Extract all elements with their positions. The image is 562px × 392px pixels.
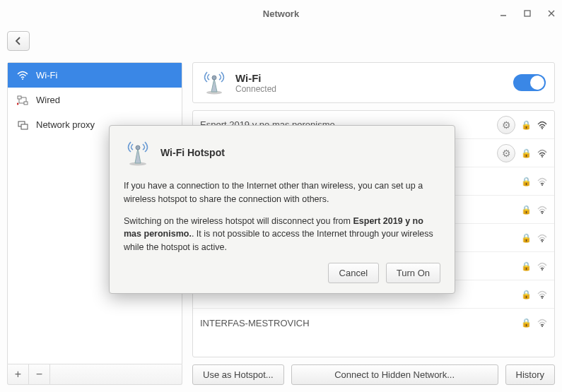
dialog-title: Wi-Fi Hotspot xyxy=(160,147,225,158)
svg-point-23 xyxy=(541,297,543,299)
lock-icon: 🔒 xyxy=(521,177,532,186)
svg-point-19 xyxy=(541,184,543,186)
maximize-button[interactable] xyxy=(521,7,534,20)
headerbar xyxy=(0,27,562,55)
window-title: Network xyxy=(263,8,299,19)
remove-button[interactable]: − xyxy=(29,364,50,384)
svg-point-24 xyxy=(541,326,543,327)
wifi-status-title: Wi-Fi xyxy=(235,72,505,84)
wifi-status-text: Wi-Fi Connected xyxy=(235,72,505,94)
lock-icon: 🔒 xyxy=(521,120,532,130)
hotspot-dialog: Wi-Fi Hotspot If you have a connection t… xyxy=(109,125,455,294)
use-hotspot-button[interactable]: Use as Hotspot... xyxy=(192,364,284,385)
turn-on-button[interactable]: Turn On xyxy=(386,263,440,283)
wifi-status-sub: Connected xyxy=(235,84,505,94)
lock-icon: 🔒 xyxy=(521,233,532,243)
svg-point-17 xyxy=(541,128,543,129)
add-button[interactable]: + xyxy=(8,364,29,384)
lock-icon: 🔒 xyxy=(521,148,532,158)
lock-icon: 🔒 xyxy=(521,290,532,299)
wifi-antenna-icon xyxy=(124,138,152,167)
wifi-toggle[interactable] xyxy=(513,74,546,91)
window-controls xyxy=(497,0,558,27)
dialog-body: If you have a connection to the Internet… xyxy=(124,179,440,254)
back-button[interactable] xyxy=(7,31,30,51)
sidebar-item-wifi[interactable]: Wi-Fi xyxy=(8,63,182,88)
gear-icon[interactable]: ⚙ xyxy=(497,116,515,134)
wired-icon xyxy=(16,95,29,105)
network-name: INTERFAS-MESTROVICH xyxy=(200,318,515,328)
svg-rect-6 xyxy=(24,102,28,105)
sidebar-item-label: Network proxy xyxy=(36,119,95,130)
svg-point-26 xyxy=(136,145,140,150)
signal-icon xyxy=(537,206,547,214)
wifi-status-box: Wi-Fi Connected xyxy=(192,62,555,103)
svg-point-18 xyxy=(541,156,543,158)
sidebar-item-wired[interactable]: Wired xyxy=(8,88,182,112)
dialog-actions: Cancel Turn On xyxy=(124,263,440,283)
sidebar-item-label: Wi-Fi xyxy=(36,70,57,81)
svg-rect-5 xyxy=(18,96,21,99)
dialog-para1: If you have a connection to the Internet… xyxy=(124,179,440,206)
svg-point-4 xyxy=(22,78,23,80)
dialog-para2: Switching on the wireless hotspot will d… xyxy=(124,215,440,254)
signal-icon xyxy=(537,262,547,271)
svg-rect-1 xyxy=(525,11,530,16)
network-row[interactable]: INTERFAS-MESTROVICH 🔒 xyxy=(193,309,554,337)
gear-icon[interactable]: ⚙ xyxy=(497,144,515,162)
signal-icon xyxy=(537,234,547,242)
lock-icon: 🔒 xyxy=(521,261,532,271)
sidebar-footer: + − xyxy=(7,364,182,385)
bottom-buttons: Use as Hotspot... Connect to Hidden Netw… xyxy=(192,364,555,385)
svg-rect-14 xyxy=(21,124,28,129)
svg-point-22 xyxy=(541,269,543,271)
titlebar: Network xyxy=(0,0,562,27)
svg-point-21 xyxy=(541,241,543,242)
connect-hidden-button[interactable]: Connect to Hidden Network... xyxy=(291,364,498,385)
lock-icon: 🔒 xyxy=(521,318,532,328)
svg-point-16 xyxy=(212,76,216,80)
signal-icon xyxy=(537,149,547,158)
wifi-antenna-icon xyxy=(201,70,227,95)
minimize-button[interactable] xyxy=(497,7,510,20)
svg-point-20 xyxy=(541,213,543,214)
signal-icon xyxy=(537,177,547,186)
close-button[interactable] xyxy=(545,7,558,20)
sidebar-item-label: Wired xyxy=(36,95,60,105)
proxy-icon xyxy=(16,120,29,130)
signal-icon xyxy=(537,319,547,327)
signal-icon xyxy=(537,290,547,299)
signal-icon xyxy=(537,121,547,129)
history-button[interactable]: History xyxy=(505,364,555,385)
lock-icon: 🔒 xyxy=(521,205,532,215)
cancel-button[interactable]: Cancel xyxy=(328,263,379,283)
wifi-icon xyxy=(16,71,29,81)
